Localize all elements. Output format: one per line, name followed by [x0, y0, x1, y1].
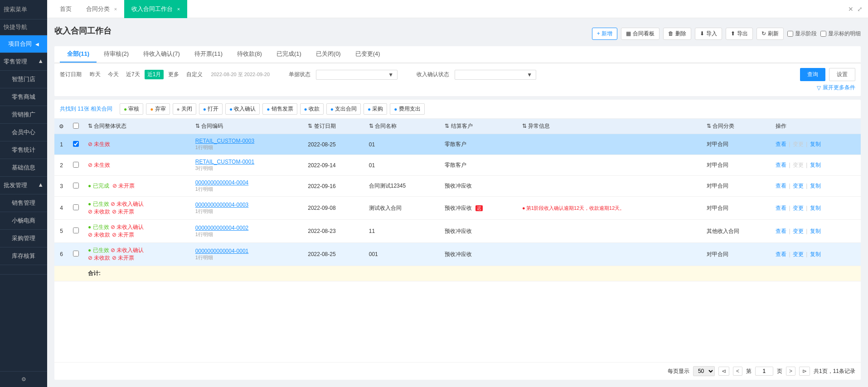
- contract-board-btn[interactable]: ▦ 合同看板: [621, 28, 659, 40]
- income-confirm-select[interactable]: ▼: [455, 70, 536, 80]
- date-opt-today[interactable]: 今天: [105, 70, 121, 79]
- row-checkbox-1[interactable]: [68, 134, 83, 155]
- sidebar-item-marketing[interactable]: 营销推广: [0, 106, 47, 124]
- new-btn[interactable]: + 新增: [592, 28, 617, 40]
- col-contract-name[interactable]: ⇅ 合同名称: [364, 119, 441, 134]
- export-btn[interactable]: ⬆ 导出: [726, 28, 753, 40]
- action-abandon-btn[interactable]: ● 弃审: [146, 103, 170, 115]
- sidebar-item-sales-mgmt[interactable]: 小畅电商: [0, 212, 47, 230]
- col-exception-info[interactable]: ⇅ 异常信息: [518, 119, 702, 134]
- show-stage-label[interactable]: 显示阶段: [787, 30, 817, 38]
- contract-link-2[interactable]: RETAIL_CUSTOM-0001: [195, 159, 254, 165]
- row-checkbox-4[interactable]: [68, 197, 83, 220]
- op-copy-2[interactable]: 复制: [810, 162, 821, 168]
- sidebar-item-retail-mgmt[interactable]: 零售管理 ▲: [0, 53, 47, 71]
- tab-income-workbench[interactable]: 收入合同工作台 ×: [124, 0, 187, 18]
- sidebar-item-xiaochang[interactable]: 采购管理: [0, 230, 47, 247]
- op-change-3[interactable]: 变更: [793, 183, 804, 189]
- status-tab-completed[interactable]: 已完成(1): [269, 46, 309, 63]
- last-page-btn[interactable]: ⊳: [799, 367, 810, 376]
- row-checkbox-3[interactable]: [68, 176, 83, 197]
- action-close-btn[interactable]: ● 关闭: [173, 103, 196, 115]
- query-btn[interactable]: 查询: [800, 68, 825, 81]
- contract-link-1[interactable]: RETAIL_CUSTOM-0003: [195, 138, 254, 144]
- status-tab-changed[interactable]: 已变更(4): [348, 46, 388, 63]
- row-checkbox-5[interactable]: [68, 220, 83, 243]
- col-contract-category[interactable]: ⇅ 合同分类: [702, 119, 771, 134]
- date-opt-custom[interactable]: 自定义: [184, 70, 205, 79]
- op-view-3[interactable]: 查看: [776, 183, 786, 189]
- show-detail-checkbox[interactable]: [820, 31, 826, 37]
- op-view-4[interactable]: 查看: [776, 205, 786, 211]
- action-income-confirm-btn[interactable]: ● 收入确认: [225, 103, 260, 115]
- setting-btn[interactable]: 设置: [829, 68, 855, 81]
- contract-link-3[interactable]: 0000000000004-0004: [195, 179, 248, 186]
- contract-link-5[interactable]: 0000000000004-0002: [195, 225, 248, 231]
- op-change-2[interactable]: 变更: [793, 162, 804, 168]
- row-checkbox-2[interactable]: [68, 155, 83, 176]
- expand-btn[interactable]: ▽ 展开更多条件: [817, 84, 855, 92]
- op-copy-3[interactable]: 复制: [810, 183, 821, 189]
- page-input[interactable]: [755, 367, 773, 376]
- col-overall-status[interactable]: ⇅ 合同整体状态: [83, 119, 191, 134]
- action-open-btn[interactable]: ● 打开: [199, 103, 223, 115]
- refresh-btn[interactable]: ↻ 刷新: [756, 28, 784, 40]
- op-view-5[interactable]: 查看: [776, 228, 786, 234]
- op-view-2[interactable]: 查看: [776, 162, 786, 168]
- import-btn[interactable]: ⬇ 导入: [695, 28, 722, 40]
- row-checkbox-6[interactable]: [68, 243, 83, 266]
- prev-page-btn[interactable]: <: [733, 367, 742, 376]
- op-copy-5[interactable]: 复制: [810, 228, 821, 234]
- col-checkbox[interactable]: [68, 119, 83, 134]
- status-tab-pending-invoice[interactable]: 待开票(11): [187, 46, 230, 63]
- col-settlement-customer[interactable]: ⇅ 结算客户: [440, 119, 518, 134]
- op-view-1[interactable]: 查看: [776, 141, 786, 147]
- status-tab-closed[interactable]: 已关闭(0): [309, 46, 348, 63]
- sidebar-quicknav[interactable]: 快捷导航: [0, 19, 47, 35]
- select-all-checkbox[interactable]: [73, 123, 79, 129]
- window-close-btn[interactable]: ✕: [848, 5, 853, 13]
- status-tab-pending-payment[interactable]: 待收款(8): [230, 46, 269, 63]
- action-review-btn[interactable]: ● 审核: [120, 103, 143, 115]
- sidebar-item-marketing2[interactable]: 销售管理: [0, 194, 47, 212]
- window-maximize-btn[interactable]: ⤢: [857, 5, 863, 13]
- op-copy-6[interactable]: 复制: [810, 251, 821, 257]
- action-purchase-btn[interactable]: ● 采购: [364, 103, 387, 115]
- sidebar-item-project[interactable]: 项目合同 ◀: [0, 35, 47, 53]
- delete-btn[interactable]: 🗑 删除: [663, 28, 691, 40]
- col-sign-date[interactable]: ⇅ 签订日期: [303, 119, 364, 134]
- action-collection-btn[interactable]: ● 收款: [300, 103, 324, 115]
- status-tab-all[interactable]: 全部(11): [60, 46, 97, 63]
- page-size-select[interactable]: 50: [693, 366, 715, 376]
- next-page-btn[interactable]: >: [786, 367, 795, 376]
- tab-income-workbench-close[interactable]: ×: [177, 6, 180, 12]
- col-settings[interactable]: ⚙: [54, 119, 68, 134]
- sidebar-item-batch-mgmt[interactable]: 批发管理 ▲: [0, 177, 47, 194]
- op-change-1[interactable]: 变更: [793, 141, 804, 147]
- contract-link-6[interactable]: 0000000000004-0001: [195, 248, 248, 254]
- first-page-btn[interactable]: ⊲: [718, 367, 729, 376]
- tab-home[interactable]: 首页: [53, 0, 79, 18]
- op-view-6[interactable]: 查看: [776, 251, 786, 257]
- sidebar-item-purchase[interactable]: 库存核算: [0, 247, 47, 265]
- sidebar-settings[interactable]: ⚙: [0, 371, 47, 387]
- date-opt-last1month[interactable]: 近1月: [145, 70, 164, 79]
- show-stage-checkbox[interactable]: [787, 31, 793, 37]
- col-contract-code[interactable]: ⇅ 合同编码: [191, 119, 303, 134]
- sidebar-item-inventory[interactable]: [0, 265, 47, 275]
- tab-contract-cat[interactable]: 合同分类 ×: [79, 0, 124, 18]
- contract-link-4[interactable]: 0000000000004-0003: [195, 202, 248, 208]
- sidebar-search[interactable]: 搜索菜单: [0, 0, 47, 19]
- action-expense-btn[interactable]: ● 费用支出: [390, 103, 424, 115]
- op-copy-1[interactable]: 复制: [810, 141, 821, 147]
- op-change-4[interactable]: 变更: [793, 205, 804, 211]
- date-opt-last7[interactable]: 近7天: [123, 70, 143, 79]
- sidebar-item-smart-store[interactable]: 智慧门店: [0, 71, 47, 88]
- status-tab-pending-confirm[interactable]: 待收入确认(7): [136, 46, 187, 63]
- show-detail-label[interactable]: 显示标的明细: [820, 30, 861, 38]
- sidebar-item-member[interactable]: 会员中心: [0, 124, 47, 141]
- op-change-6[interactable]: 变更: [793, 251, 804, 257]
- action-outbound-btn[interactable]: ● 支出合同: [326, 103, 361, 115]
- doc-status-select[interactable]: ▼: [316, 70, 398, 80]
- action-sales-invoice-btn[interactable]: ● 销售发票: [262, 103, 297, 115]
